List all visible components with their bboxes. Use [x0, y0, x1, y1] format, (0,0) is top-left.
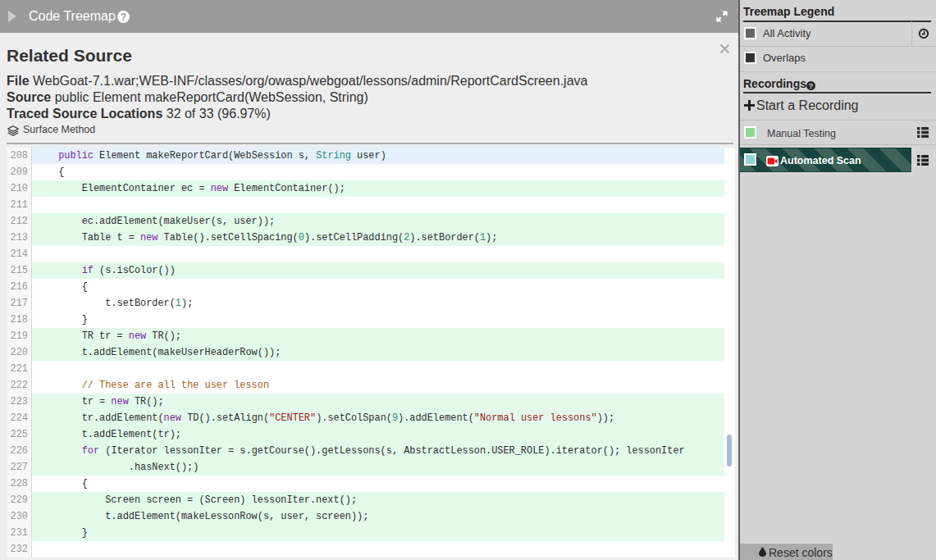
svg-text:?: ? — [809, 81, 814, 90]
svg-text:?: ? — [121, 11, 126, 23]
